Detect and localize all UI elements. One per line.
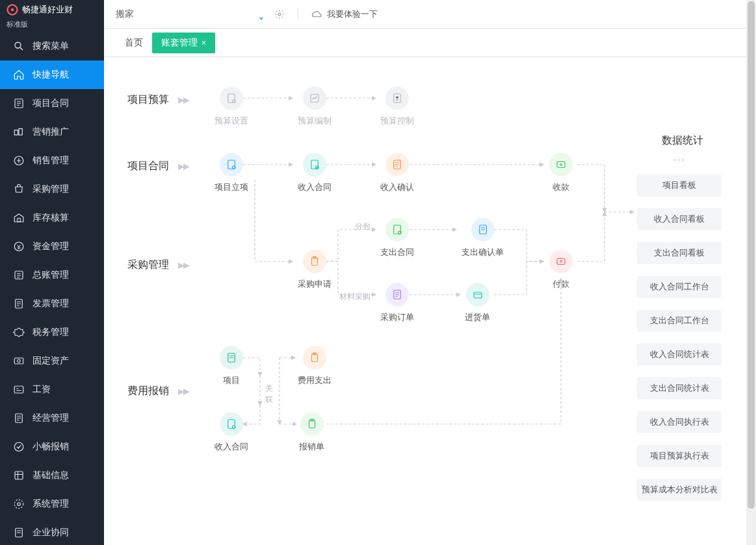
sidebar-item-label: 发票管理 [33, 298, 69, 310]
node-income-confirm[interactable]: 收入确认 [380, 153, 414, 193]
gear-icon[interactable] [274, 9, 285, 20]
tab-account[interactable]: 账套管理 × [152, 33, 215, 53]
sidebar-item-base[interactable]: 基础信息 [0, 461, 104, 490]
collab-icon [13, 527, 25, 538]
doc-icon [226, 352, 237, 364]
sidebar-item-fund[interactable]: 资金管理 [0, 232, 104, 261]
svg-rect-26 [228, 160, 235, 169]
mini-sub: 分包 [355, 221, 371, 232]
section-arrow-icon: ▶▶ [178, 260, 189, 270]
chart-icon [309, 92, 320, 104]
sidebar-item-biz[interactable]: 经营管理 [0, 404, 104, 432]
sidebar: 畅捷通好业财 标准版 搜索菜单快捷导航项目合同营销推广销售管理采购管理库存核算资… [0, 0, 104, 545]
sidebar-item-label: 搜索菜单 [33, 40, 69, 52]
stat-button-5[interactable]: 收入合同统计表 [637, 343, 722, 366]
asset-icon [13, 355, 25, 367]
svg-point-18 [18, 503, 21, 506]
stat-button-4[interactable]: 支出合同工作台 [637, 310, 722, 332]
doc-icon [477, 224, 489, 235]
node-pay[interactable]: 付款 [549, 250, 573, 290]
svg-point-16 [14, 442, 23, 451]
sidebar-item-search[interactable]: 搜索菜单 [0, 32, 104, 60]
sidebar-item-tax[interactable]: 税务管理 [0, 318, 104, 347]
node-proj[interactable]: 项目 [220, 346, 243, 386]
stat-button-2[interactable]: 支出合同看板 [637, 242, 722, 264]
node-out-confirm[interactable]: 支出确认单 [462, 218, 504, 258]
biz-icon [13, 412, 25, 424]
sidebar-item-label: 项目合同 [33, 98, 69, 109]
node-budget-ctrl[interactable]: 预算控制 [380, 86, 414, 127]
marketing-icon [13, 126, 25, 138]
tab-bar: 首页 账套管理 × [104, 29, 756, 57]
quicknav-icon [13, 69, 25, 81]
node-proj-init[interactable]: 项目立项 [215, 153, 248, 193]
org-name: 搬家 [116, 8, 134, 19]
stat-button-7[interactable]: 收入合同执行表 [637, 411, 722, 433]
sidebar-item-label: 总账管理 [33, 269, 69, 281]
sidebar-item-stock[interactable]: 库存核算 [0, 204, 104, 232]
sidebar-item-label: 营销推广 [33, 126, 69, 138]
sidebar-item-purchase[interactable]: 采购管理 [0, 175, 104, 204]
sidebar-item-gl[interactable]: 总账管理 [0, 261, 104, 289]
stat-button-9[interactable]: 预算成本分析对比表 [637, 479, 722, 501]
sidebar-item-salary[interactable]: 工资 [0, 375, 104, 404]
node-out-contract[interactable]: 支出合同 [380, 218, 414, 258]
sidebar-item-asset[interactable]: 固定资产 [0, 347, 104, 375]
sidebar-item-quicknav[interactable]: 快捷导航 [0, 60, 104, 89]
stat-button-0[interactable]: 项目看板 [637, 174, 722, 196]
stock-icon [13, 212, 25, 224]
sidebar-item-sales[interactable]: 销售管理 [0, 146, 104, 175]
gl-icon [13, 269, 25, 281]
section-contract: 项目合同 [127, 159, 169, 173]
stat-button-8[interactable]: 项目预算执行表 [637, 445, 722, 467]
report-icon [13, 441, 25, 453]
node-budget-set[interactable]: 预算设置 [215, 86, 248, 127]
section-arrow-icon: ▶▶ [178, 161, 189, 171]
invoice-icon [13, 298, 25, 310]
clipboard-icon [309, 352, 320, 364]
sidebar-item-marketing[interactable]: 营销推广 [0, 118, 104, 146]
node-income-contract[interactable]: 收入合同 [298, 153, 332, 193]
sales-icon [13, 155, 25, 166]
sidebar-item-invoice[interactable]: 发票管理 [0, 289, 104, 318]
sidebar-item-label: 资金管理 [33, 241, 69, 252]
tab-home[interactable]: 首页 [116, 33, 152, 53]
base-icon [13, 470, 25, 481]
flow-arrows [104, 57, 756, 545]
try-link[interactable]: 我要体验一下 [311, 8, 378, 20]
node-exp-out[interactable]: 费用支出 [298, 346, 332, 386]
stats-title: 数据统计 [662, 134, 703, 148]
node-receive[interactable]: 收款 [549, 153, 573, 193]
sidebar-item-label: 税务管理 [33, 326, 69, 338]
box-icon [472, 289, 484, 300]
svg-rect-12 [14, 358, 23, 364]
scrollbar[interactable] [746, 0, 756, 545]
scrollbar-thumb[interactable] [748, 1, 755, 509]
doc-check-icon [226, 418, 237, 430]
doc-yen-icon [391, 92, 403, 104]
section-purchase: 采购管理 [127, 258, 169, 272]
section-expense: 费用报销 [127, 384, 169, 398]
svg-point-2 [15, 42, 21, 48]
node-inc-contract2[interactable]: 收入合同 [215, 412, 248, 453]
node-reimb[interactable]: 报销单 [299, 412, 324, 453]
node-budget-make[interactable]: 预算编制 [298, 86, 332, 127]
sidebar-item-system[interactable]: 系统管理 [0, 490, 104, 518]
doc-check-icon [309, 159, 320, 170]
sidebar-item-contract[interactable]: 项目合同 [0, 89, 104, 118]
close-icon[interactable]: × [202, 38, 206, 47]
node-pur-order[interactable]: 采购订单 [380, 283, 414, 323]
node-pur-req[interactable]: 采购申请 [298, 250, 332, 290]
svg-point-1 [11, 8, 14, 12]
sidebar-item-label: 小畅报销 [33, 441, 69, 453]
stat-button-1[interactable]: 收入合同看板 [637, 208, 722, 230]
sidebar-item-report[interactable]: 小畅报销 [0, 432, 104, 461]
sidebar-item-label: 系统管理 [33, 498, 69, 510]
sidebar-item-label: 销售管理 [33, 155, 69, 166]
node-goods-in[interactable]: 进货单 [465, 283, 490, 323]
stat-button-3[interactable]: 收入合同工作台 [637, 276, 722, 298]
sidebar-item-collab[interactable]: 企业协同 [0, 518, 104, 545]
org-selector[interactable]: 搬家 ⌄ [116, 8, 265, 20]
stat-button-6[interactable]: 支出合同统计表 [637, 377, 722, 399]
tax-icon [13, 326, 25, 338]
